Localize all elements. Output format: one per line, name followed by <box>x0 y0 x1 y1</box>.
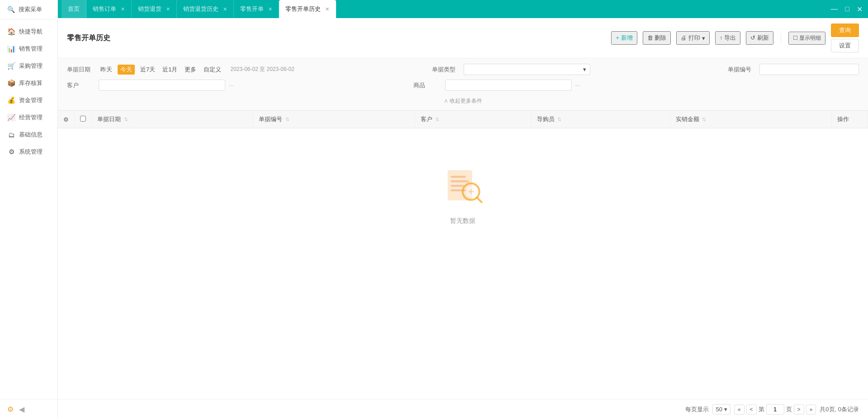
settings-button[interactable]: 设置 <box>831 39 859 52</box>
sidebar: 🔍 搜索采单 🏠 快捷导航 📊 销售管理 🛒 采购管理 📦 库存核算 💰 资金管… <box>0 0 58 419</box>
tab-home[interactable]: 首页 <box>62 0 86 18</box>
svg-rect-1 <box>451 176 466 178</box>
date-label: 单据日期 <box>67 66 99 74</box>
th-doc-no[interactable]: 单据编号 ⇅ <box>253 111 415 128</box>
window-close-btn[interactable]: ✕ <box>855 3 864 15</box>
th-settings[interactable]: ⚙ <box>58 111 75 128</box>
collapse-sidebar-icon[interactable]: ◀ <box>19 405 24 414</box>
collapse-more-btn[interactable]: ∧ 收起更多条件 <box>67 95 859 107</box>
date-opt-today[interactable]: 今天 <box>118 65 135 75</box>
page-last-btn[interactable]: » <box>806 405 816 414</box>
date-opt-yesterday[interactable]: 昨天 <box>99 65 114 75</box>
customer-label: 客户 <box>67 81 99 89</box>
page-prev-btn[interactable]: < <box>746 405 757 414</box>
sidebar-item-sys-mgmt[interactable]: ⚙ 系统管理 <box>0 143 57 160</box>
window-maximize-btn[interactable]: □ <box>843 3 851 15</box>
delete-button[interactable]: 🗑 删除 <box>643 31 671 45</box>
filter-row-customer: 客户 ··· 商品 ··· <box>67 80 859 91</box>
search-icon: 🔍 <box>7 6 15 13</box>
print-label: 🖨 打印 <box>681 34 700 42</box>
tab-sales-return-history-label: 销货退货历史 <box>183 5 218 13</box>
filter-date-options: 昨天 今天 近7天 近1月 更多 自定义 2023-06-02 至 2023-0… <box>99 65 294 75</box>
empty-state-cell: 暂无数据 <box>58 128 868 262</box>
empty-text: 暂无数据 <box>450 217 475 225</box>
export-button[interactable]: ↑ 导出 <box>715 31 740 45</box>
tab-sales-order-label: 销售订单 <box>93 5 116 13</box>
sidebar-search[interactable]: 🔍 搜索采单 <box>0 0 57 19</box>
date-opt-more[interactable]: 更多 <box>183 65 198 75</box>
per-page-select[interactable]: 50 ▾ <box>712 404 730 414</box>
per-page-label: 每页显示 <box>685 405 709 414</box>
th-amount[interactable]: 实销金额 ⇅ <box>670 111 831 128</box>
close-tab-sales-return[interactable]: ✕ <box>166 6 170 12</box>
sidebar-item-purchase-mgmt[interactable]: 🛒 采购管理 <box>0 57 57 75</box>
date-opt-7days[interactable]: 近7天 <box>138 65 157 75</box>
sidebar-item-operations[interactable]: 📈 经营管理 <box>0 109 57 126</box>
date-opt-1month[interactable]: 近1月 <box>161 65 179 75</box>
th-guide[interactable]: 导购员 ⇅ <box>531 111 670 128</box>
window-minimize-btn[interactable]: — <box>829 3 840 15</box>
tab-sales-return[interactable]: 销货退货 ✕ <box>132 0 177 18</box>
add-button[interactable]: + 新增 <box>611 31 637 45</box>
page-first-btn[interactable]: « <box>734 405 745 414</box>
sort-doc-no-icon: ⇅ <box>285 117 289 122</box>
page-title: 零售开单历史 <box>67 33 611 43</box>
sidebar-item-label: 库存核算 <box>19 79 43 87</box>
sidebar-item-inventory[interactable]: 📦 库存核算 <box>0 75 57 92</box>
close-tab-sales-order[interactable]: ✕ <box>121 6 125 12</box>
sidebar-item-label: 资金管理 <box>19 96 43 104</box>
print-button[interactable]: 🖨 打印 ▾ <box>676 31 710 45</box>
th-customer[interactable]: 客户 ⇅ <box>415 111 531 128</box>
gear-icon[interactable]: ⚙ <box>7 405 14 414</box>
per-page-value: 50 <box>716 406 722 413</box>
tab-retail-open[interactable]: 零售开单 ✕ <box>234 0 279 18</box>
select-all-checkbox[interactable] <box>80 116 86 122</box>
th-ops: 操作 <box>832 111 868 128</box>
goods-ellipsis-btn[interactable]: ··· <box>575 82 580 89</box>
empty-illustration <box>440 165 485 210</box>
refresh-button[interactable]: ↺ 刷新 <box>746 31 773 45</box>
tab-sales-order[interactable]: 销售订单 ✕ <box>86 0 132 18</box>
svg-line-6 <box>477 198 482 202</box>
th-checkbox[interactable] <box>75 111 92 128</box>
divider <box>781 33 781 42</box>
page-label-text: 第 <box>759 405 764 414</box>
query-button[interactable]: 查询 <box>831 24 859 37</box>
tab-retail-open-history-label: 零售开单历史 <box>285 5 321 13</box>
th-doc-date[interactable]: 单据日期 ⇅ <box>92 111 253 128</box>
page-container: 零售开单历史 + 新增 🗑 删除 🖨 打印 ▾ ↑ 导出 ↺ 刷新 ☐ 显示明细… <box>58 18 868 419</box>
close-tab-sales-return-history[interactable]: ✕ <box>223 6 227 12</box>
empty-state: 暂无数据 <box>58 128 868 261</box>
tab-retail-open-history[interactable]: 零售开单历史 ✕ <box>279 0 336 18</box>
tab-sales-return-label: 销货退货 <box>138 5 161 13</box>
sort-doc-date-icon: ⇅ <box>124 117 128 122</box>
table-body: 暂无数据 <box>58 128 868 262</box>
show-detail-button[interactable]: ☐ 显示明细 <box>788 32 825 45</box>
doc-type-select[interactable]: ▾ <box>464 64 590 75</box>
date-opt-custom[interactable]: 自定义 <box>202 65 223 75</box>
doc-no-input[interactable] <box>759 64 859 75</box>
customer-input[interactable] <box>99 80 225 91</box>
sidebar-item-sales-mgmt[interactable]: 📊 销售管理 <box>0 40 57 57</box>
sidebar-item-label: 系统管理 <box>19 148 43 156</box>
sidebar-item-label: 采购管理 <box>19 62 43 70</box>
svg-rect-2 <box>451 180 469 182</box>
customer-ellipsis-btn[interactable]: ··· <box>229 82 234 89</box>
date-range-display: 2023-06-02 至 2023-06-02 <box>230 66 294 73</box>
close-tab-retail-open-history[interactable]: ✕ <box>325 6 329 12</box>
sidebar-item-basic-info[interactable]: 🗂 基础信息 <box>0 126 57 143</box>
sidebar-item-quick-nav[interactable]: 🏠 快捷导航 <box>0 23 57 40</box>
inventory-icon: 📦 <box>7 79 15 87</box>
pagination-nav: « < 第 页 > » <box>734 404 816 414</box>
tab-sales-return-history[interactable]: 销货退货历史 ✕ <box>177 0 234 18</box>
main-content: 首页 销售订单 ✕ 销货退货 ✕ 销货退货历史 ✕ 零售开单 ✕ 零售开单历史 … <box>58 0 868 419</box>
sidebar-item-label: 经营管理 <box>19 113 43 122</box>
close-tab-retail-open[interactable]: ✕ <box>268 6 272 12</box>
operations-icon: 📈 <box>7 113 15 122</box>
page-number-input[interactable] <box>766 404 784 414</box>
sidebar-item-label: 快捷导航 <box>19 28 43 36</box>
goods-input[interactable] <box>445 80 572 91</box>
page-next-btn[interactable]: > <box>794 405 804 414</box>
query-buttons: 查询 设置 <box>831 24 859 52</box>
sidebar-item-finance[interactable]: 💰 资金管理 <box>0 92 57 109</box>
